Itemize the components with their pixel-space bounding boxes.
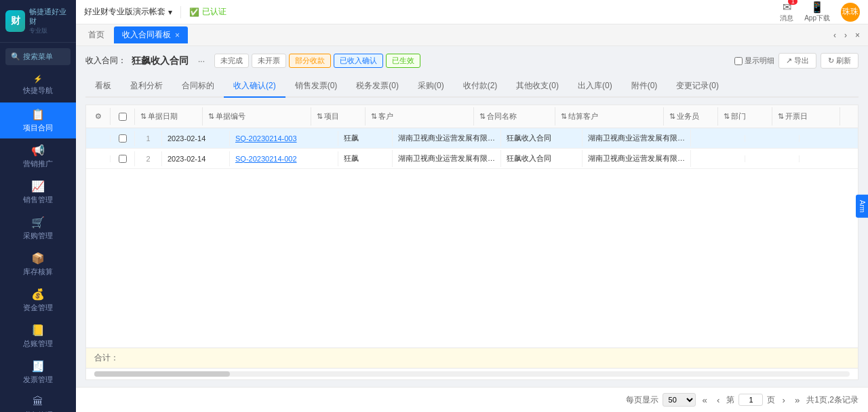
- export-label: 导出: [794, 56, 809, 66]
- contract-column-header[interactable]: ⇅合同名称: [474, 107, 555, 126]
- page-suffix: 页: [767, 394, 775, 406]
- settle-column-header[interactable]: ⇅结算客户: [555, 107, 664, 126]
- active-tab-label: 收入合同看板: [122, 29, 171, 41]
- app-download-button[interactable]: 📱 App下载: [804, 1, 830, 23]
- sort-icon-num: ⇅: [208, 112, 214, 121]
- tab-nav-right[interactable]: ›: [842, 29, 850, 41]
- status-tag-未开票[interactable]: 未开票: [252, 54, 286, 68]
- home-tab[interactable]: 首页: [81, 26, 111, 43]
- sidebar-item-营销推广[interactable]: 📢营销推广: [0, 138, 76, 174]
- message-badge: 1: [788, 0, 797, 5]
- project-column-header[interactable]: ⇅项目: [311, 107, 366, 126]
- row-seq: 2: [135, 151, 162, 166]
- row-opendate: [800, 155, 858, 162]
- more-button[interactable]: ···: [194, 55, 209, 67]
- sub-tab-收付款2[interactable]: 收付款(2): [454, 75, 507, 98]
- sort-icon: ⇅: [140, 112, 146, 121]
- first-page-button[interactable]: «: [700, 394, 710, 407]
- sub-tab-合同标的[interactable]: 合同标的: [172, 75, 224, 98]
- settings-column-header[interactable]: ⚙: [86, 108, 111, 125]
- sub-tab-销售发票0[interactable]: 销售发票(0): [285, 75, 347, 98]
- last-page-button[interactable]: »: [792, 394, 802, 407]
- row-settle: 湖南卫视商业运营发展有限公司: [583, 150, 691, 167]
- row-project: 狂飙: [338, 150, 393, 167]
- status-tag-已生效[interactable]: 已生效: [386, 54, 420, 68]
- logo-text-area: 畅捷通好业财 专业版: [29, 7, 71, 35]
- horizontal-scrollbar[interactable]: [86, 368, 858, 379]
- date-column-header[interactable]: ⇅单据日期: [135, 107, 203, 126]
- customer-column-header[interactable]: ⇅客户: [366, 107, 474, 126]
- row-number-link[interactable]: SQ-20230214-003: [235, 134, 297, 143]
- sidebar-item-发票管理[interactable]: 🧾发票管理: [0, 354, 76, 390]
- per-page-select[interactable]: 50 100 200: [663, 393, 696, 407]
- topbar-divider: [180, 6, 181, 18]
- sidebar-label: 总账管理: [23, 339, 53, 349]
- table-footer: 合计：: [86, 348, 858, 368]
- select-all-checkbox[interactable]: [119, 113, 127, 121]
- sidebar-item-库存核算[interactable]: 📦库存核算: [0, 246, 76, 282]
- row-number-link[interactable]: SQ-20230214-002: [235, 155, 297, 163]
- next-page-button[interactable]: ›: [779, 394, 787, 407]
- sidebar-item-采购管理[interactable]: 🛒采购管理: [0, 210, 76, 246]
- close-tab-button[interactable]: ×: [175, 31, 180, 40]
- sub-tab-附件0[interactable]: 附件(0): [622, 75, 667, 98]
- number-column-header[interactable]: ⇅单据编号: [203, 107, 311, 126]
- sub-tab-税务发票0[interactable]: 税务发票(0): [347, 75, 408, 98]
- sidebar-icon: 🛒: [31, 216, 45, 229]
- page-header: 收入合同： 狂飙收入合同 ··· 未完成未开票部分收款已收入确认已生效 显示明细…: [85, 53, 859, 69]
- pagination: 每页显示 50 100 200 « ‹ 第 页 › » 共1页,2条记录: [76, 387, 868, 412]
- dept-column-header[interactable]: ⇅部门: [718, 107, 772, 126]
- sub-tab-看板[interactable]: 看板: [85, 75, 121, 98]
- table-row[interactable]: 2 2023-02-14 SQ-20230214-002 狂飙 湖南卫视商业运营…: [86, 149, 858, 169]
- main-area: 好业财专业版演示帐套 ▾ ✅ 已认证 ✉ 1 消息 📱 App下载 珠珠 首页 …: [76, 0, 868, 412]
- row-check[interactable]: [111, 151, 135, 166]
- sidebar-item-资金管理[interactable]: 💰资金管理: [0, 282, 76, 318]
- page-title: 狂飙收入合同: [132, 55, 189, 67]
- row-number[interactable]: SQ-20230214-003: [230, 131, 338, 146]
- export-button[interactable]: ↗ 导出: [778, 53, 816, 69]
- tab-nav-close[interactable]: ×: [852, 29, 863, 41]
- sales-column-header[interactable]: ⇅业务员: [664, 107, 718, 126]
- sub-tab-出入库0[interactable]: 出入库(0): [568, 75, 622, 98]
- show-detail-checkbox-label[interactable]: 显示明细: [734, 56, 774, 66]
- status-tag-部分收款[interactable]: 部分收款: [289, 54, 331, 68]
- tabbar: 首页 收入合同看板 × ‹ › ×: [76, 24, 868, 46]
- right-float-button[interactable]: Arm: [856, 194, 868, 217]
- user-avatar[interactable]: 珠珠: [841, 3, 860, 22]
- show-detail-checkbox[interactable]: [734, 57, 743, 65]
- row-check[interactable]: [111, 131, 135, 146]
- page-number-input[interactable]: [738, 394, 763, 406]
- search-menu-button[interactable]: 🔍 搜索菜单: [5, 48, 71, 65]
- sub-tab-采购0[interactable]: 采购(0): [408, 75, 454, 98]
- sidebar-item-销售管理[interactable]: 📈销售管理: [0, 174, 76, 210]
- row-contract: 狂飙收入合同: [501, 130, 583, 147]
- status-tag-未完成[interactable]: 未完成: [214, 54, 249, 68]
- table-row[interactable]: 1 2023-02-14 SQ-20230214-003 狂飙 湖南卫视商业运营…: [86, 128, 858, 149]
- row-checkbox[interactable]: [119, 134, 127, 143]
- sub-tab-其他收支0[interactable]: 其他收支(0): [507, 75, 568, 98]
- sidebar-item-总账管理[interactable]: 📒总账管理: [0, 318, 76, 354]
- row-checkbox[interactable]: [119, 155, 127, 163]
- logo-text: 畅捷通好业财: [29, 7, 71, 26]
- sub-tab-变更记录0[interactable]: 变更记录(0): [667, 75, 728, 98]
- message-label: 消息: [780, 14, 793, 23]
- sidebar-item-项目合同[interactable]: 📋项目合同: [0, 102, 76, 138]
- message-button[interactable]: ✉ 1 消息: [780, 1, 793, 23]
- sub-tab-盈利分析[interactable]: 盈利分析: [121, 75, 172, 98]
- tab-nav-left[interactable]: ‹: [831, 29, 839, 41]
- opendate-column-header[interactable]: ⇅开票日: [772, 107, 840, 126]
- logo-sub: 专业版: [29, 26, 71, 35]
- row-gear: [86, 135, 111, 142]
- sub-tab-收入确认2[interactable]: 收入确认(2): [224, 75, 285, 98]
- table-container: ⚙ ⇅单据日期 ⇅单据编号 ⇅项目 ⇅客户 ⇅合同名称: [85, 105, 859, 380]
- refresh-button[interactable]: ↻ 刷新: [821, 53, 859, 69]
- certified-badge: ✅ 已认证: [189, 6, 226, 18]
- sidebar-nav: 📋项目合同📢营销推广📈销售管理🛒采购管理📦库存核算💰资金管理📒总账管理🧾发票管理…: [0, 100, 76, 412]
- company-selector[interactable]: 好业财专业版演示帐套 ▾: [84, 6, 172, 18]
- status-tag-已收入确认[interactable]: 已收入确认: [334, 54, 383, 68]
- sidebar-item-税务管理[interactable]: 🏛税务管理: [0, 390, 76, 412]
- prev-page-button[interactable]: ‹: [714, 394, 722, 407]
- quick-nav-item[interactable]: ⚡ 快捷导航: [0, 71, 76, 100]
- row-number[interactable]: SQ-20230214-002: [230, 151, 338, 166]
- active-tab[interactable]: 收入合同看板 ×: [114, 26, 188, 43]
